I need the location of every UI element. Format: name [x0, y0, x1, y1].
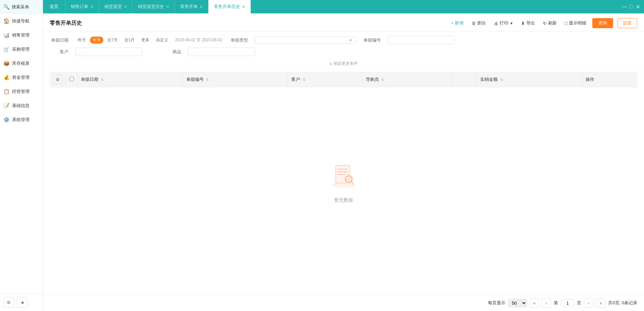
sidebar-item-inventory[interactable]: 📦 库存核算	[0, 56, 43, 70]
settings-button[interactable]: 设置	[617, 18, 637, 28]
select-all-checkbox[interactable]	[69, 77, 74, 81]
goods-input[interactable]	[188, 48, 255, 56]
sidebar-settings-button[interactable]: ⚙	[3, 297, 14, 308]
delete-icon: 🗑	[472, 21, 476, 26]
date-sort-icon[interactable]: ⇅	[101, 78, 104, 82]
content-area: 零售开单历史 + 新增 🗑 删除 🖨 打印 ▼ ⬇ 导出	[43, 13, 644, 311]
basic-info-icon: 📝	[3, 103, 9, 109]
empty-text: 暂无数据	[334, 197, 353, 203]
number-input[interactable]	[388, 36, 455, 44]
salesperson-col-label: 导购员	[366, 77, 379, 82]
tab-retail-open[interactable]: 零售开单 ✕	[175, 0, 208, 13]
export-button[interactable]: ⬇ 导出	[519, 19, 537, 28]
close-window-button[interactable]: ✕	[636, 4, 640, 10]
tabbar: 首页 销售订单 ✕ 销货退货 ✕ 销货退货历史 ✕ 零售开单 ✕ 零售开单历史 …	[43, 0, 644, 13]
sidebar-collapse-button[interactable]: ◄	[17, 297, 28, 308]
customer-input[interactable]	[75, 48, 142, 56]
tab-retail-open-history-close[interactable]: ✕	[242, 5, 245, 9]
table-settings-button[interactable]: ⚙	[53, 75, 62, 84]
sidebar-item-label: 采购管理	[12, 46, 30, 52]
sidebar-item-operations[interactable]: 📋 经营管理	[0, 85, 43, 99]
first-page-button[interactable]: «	[530, 298, 539, 308]
date-opt-last1m[interactable]: 近1月	[122, 37, 138, 44]
table-header-salesperson: 导购员 ⇅	[362, 72, 452, 87]
customer-label: 客户	[50, 49, 68, 55]
page-title: 零售开单历史	[50, 20, 82, 27]
sidebar-item-finance[interactable]: 💰 资金管理	[0, 70, 43, 85]
tab-sales-return-history-close[interactable]: ✕	[166, 5, 169, 9]
date-col-label: 单据日期	[81, 77, 98, 82]
table-area: ⚙ 单据日期 ⇅ 单据编号 ⇅	[43, 72, 644, 295]
print-icon: 🖨	[494, 21, 498, 26]
print-button[interactable]: 🖨 打印 ▼	[492, 19, 515, 28]
toolbar: + 新增 🗑 删除 🖨 打印 ▼ ⬇ 导出 ↻ 刷新	[449, 18, 637, 28]
sidebar-item-system-mgmt[interactable]: ⚙️ 系统管理	[0, 113, 43, 127]
sidebar-item-label: 快捷导航	[12, 18, 30, 24]
finance-icon: 💰	[3, 74, 9, 81]
collapse-bar[interactable]: ∧ 收起更多条件	[50, 59, 637, 68]
tab-retail-open-history[interactable]: 零售开单历史 ✕	[208, 0, 251, 13]
refresh-button[interactable]: ↻ 刷新	[541, 19, 559, 28]
table-header-row: ⚙ 单据日期 ⇅ 单据编号 ⇅	[50, 72, 637, 87]
date-opt-today[interactable]: 今天	[90, 37, 103, 44]
tab-sales-return-close[interactable]: ✕	[124, 5, 127, 9]
export-icon: ⬇	[521, 21, 525, 26]
tab-sales-return[interactable]: 销货退货 ✕	[99, 0, 133, 13]
chevron-down-icon: ▼	[349, 38, 352, 42]
tab-sales-order[interactable]: 销售订单 ✕	[65, 0, 99, 13]
maximize-button[interactable]: □	[630, 4, 633, 10]
tab-sales-order-close[interactable]: ✕	[90, 5, 93, 9]
type-select[interactable]: ▼	[255, 37, 355, 44]
sidebar-item-label: 资金管理	[12, 74, 30, 81]
date-range-display: 2023-06-02 至 2023-06-02	[175, 37, 222, 43]
sidebar-item-sales-mgmt[interactable]: 📊 销售管理	[0, 28, 43, 42]
tab-sales-order-label: 销售订单	[71, 4, 88, 10]
number-sort-icon[interactable]: ⇅	[206, 78, 209, 82]
sidebar-search[interactable]: 🔍 搜索采单	[0, 0, 43, 14]
display-detail-button[interactable]: □ 显示明细	[563, 19, 588, 28]
export-label: 导出	[526, 20, 535, 26]
tab-sales-return-label: 销货退货	[104, 4, 122, 10]
query-button[interactable]: 查询	[592, 18, 613, 28]
customer-sort-icon[interactable]: ⇅	[303, 78, 305, 82]
page-header: 零售开单历史 + 新增 🗑 删除 🖨 打印 ▼ ⬇ 导出	[43, 13, 644, 32]
table-checkbox-th	[66, 72, 78, 87]
minimize-button[interactable]: —	[622, 4, 627, 10]
search-icon: 🔍	[3, 4, 10, 10]
page-prefix: 第	[554, 300, 558, 306]
add-label: + 新增	[451, 20, 463, 26]
print-label: 打印	[500, 20, 508, 26]
page-number-input[interactable]	[561, 299, 574, 307]
salesperson-sort-icon[interactable]: ⇅	[381, 78, 384, 82]
amount-sort-icon[interactable]: ⇅	[500, 78, 503, 82]
tab-home-label: 首页	[50, 4, 58, 10]
empty-state: 暂无数据	[50, 87, 637, 295]
date-opt-last7[interactable]: 近7天	[105, 37, 120, 44]
prev-page-button[interactable]: ‹	[542, 298, 551, 308]
collapse-icon: ◄	[20, 300, 24, 305]
sidebar-item-basic-info[interactable]: 📝 基础信息	[0, 99, 43, 113]
total-info: 共0页, 0条记录	[608, 300, 637, 306]
date-opt-custom[interactable]: 自定义	[153, 37, 171, 44]
tab-retail-open-close[interactable]: ✕	[200, 5, 203, 9]
tab-sales-return-history[interactable]: 销货退货历史 ✕	[133, 0, 175, 13]
per-page-select[interactable]: 50 10 20 100	[508, 299, 527, 307]
table-header-date: 单据日期 ⇅	[78, 72, 183, 87]
last-page-button[interactable]: »	[596, 298, 605, 308]
amount-col-label: 实销金额	[480, 77, 498, 82]
table-header-number: 单据编号 ⇅	[183, 72, 288, 87]
system-icon: ⚙️	[3, 117, 9, 123]
tab-home[interactable]: 首页	[43, 0, 65, 13]
date-opt-more[interactable]: 更多	[139, 37, 152, 44]
home-icon: 🏠	[3, 18, 9, 24]
add-button[interactable]: + 新增	[449, 19, 465, 28]
delete-button[interactable]: 🗑 删除	[469, 19, 488, 28]
next-page-button[interactable]: ›	[584, 298, 593, 308]
sidebar-item-purchase-mgmt[interactable]: 🛒 采购管理	[0, 42, 43, 56]
date-opt-yesterday[interactable]: 昨天	[75, 37, 89, 44]
sidebar-item-quick-nav[interactable]: 🏠 快捷导航	[0, 14, 43, 28]
sidebar-item-label: 系统管理	[12, 117, 30, 123]
sales-icon: 📊	[3, 32, 9, 38]
number-col-label: 单据编号	[186, 77, 204, 82]
collapse-icon: ∧	[329, 61, 332, 66]
